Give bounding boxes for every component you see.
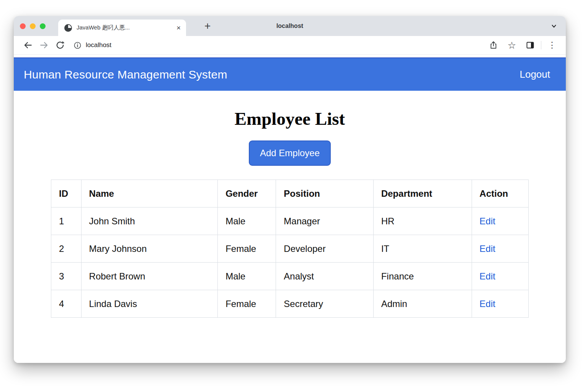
browser-window: localhost JavaWeb 趔叼人悪... × + <box>14 16 566 363</box>
tab-close-icon[interactable]: × <box>176 24 181 31</box>
close-window-button[interactable] <box>20 23 26 29</box>
web-page: Human Resource Management System Logout … <box>14 55 566 363</box>
cell-name: Mary Johnson <box>81 235 218 263</box>
cell-name: John Smith <box>81 207 218 235</box>
forward-button[interactable] <box>36 38 52 53</box>
cell-name: Robert Brown <box>81 263 218 290</box>
zoom-window-button[interactable] <box>40 23 46 29</box>
site-info-icon[interactable] <box>74 41 82 49</box>
column-header-name: Name <box>81 180 218 207</box>
cell-position: Developer <box>276 235 373 263</box>
cell-position: Secretary <box>276 290 373 318</box>
cell-gender: Female <box>218 235 276 263</box>
more-menu-icon[interactable]: ⋮ <box>544 38 560 53</box>
employee-table: ID Name Gender Position Department Actio… <box>51 180 529 318</box>
tab-search-chevron-icon[interactable] <box>550 16 557 36</box>
url-text[interactable]: localhost <box>86 41 111 49</box>
table-row: 3 Robert Brown Male Analyst Finance Edit <box>51 263 529 290</box>
app-header: Human Resource Management System Logout <box>14 57 566 91</box>
column-header-department: Department <box>373 180 472 207</box>
cell-department: IT <box>373 235 472 263</box>
cell-name: Linda Davis <box>81 290 218 318</box>
table-row: 1 John Smith Male Manager HR Edit <box>51 207 529 235</box>
minimize-window-button[interactable] <box>30 23 36 29</box>
add-employee-button[interactable]: Add Employee <box>249 140 331 166</box>
screenshot: localhost JavaWeb 趔叼人悪... × + <box>0 0 588 392</box>
edit-link[interactable]: Edit <box>480 299 495 309</box>
bookmark-star-icon[interactable]: ☆ <box>504 38 519 53</box>
new-tab-button[interactable]: + <box>204 16 211 36</box>
page-content: Employee List Add Employee ID Name Gende… <box>14 108 566 318</box>
browser-tab[interactable]: JavaWeb 趔叼人悪... × <box>58 20 186 36</box>
column-header-action: Action <box>472 180 528 207</box>
logout-link[interactable]: Logout <box>519 69 550 80</box>
app-title: Human Resource Management System <box>24 68 227 81</box>
toolbar-right-icons: ☆ ⋮ <box>486 38 560 53</box>
address-bar[interactable]: localhost <box>74 38 486 52</box>
cell-department: Admin <box>373 290 472 318</box>
table-header-row: ID Name Gender Position Department Actio… <box>51 180 529 207</box>
toolbar-separator <box>541 41 541 49</box>
tab-strip: localhost JavaWeb 趔叼人悪... × + <box>14 16 566 36</box>
cell-position: Manager <box>276 207 373 235</box>
cell-gender: Male <box>218 263 276 290</box>
tab-title: JavaWeb 趔叼人悪... <box>77 24 176 31</box>
favicon-icon <box>64 24 72 32</box>
share-icon[interactable] <box>486 38 501 53</box>
edit-link[interactable]: Edit <box>480 271 495 281</box>
reload-button[interactable] <box>52 38 68 53</box>
cell-id: 1 <box>51 207 82 235</box>
column-header-gender: Gender <box>218 180 276 207</box>
cell-department: HR <box>373 207 472 235</box>
column-header-position: Position <box>276 180 373 207</box>
table-row: 2 Mary Johnson Female Developer IT Edit <box>51 235 529 263</box>
page-title: Employee List <box>14 108 566 129</box>
back-button[interactable] <box>20 38 36 53</box>
cell-gender: Female <box>218 290 276 318</box>
column-header-id: ID <box>51 180 82 207</box>
browser-toolbar: localhost ☆ <box>14 36 566 55</box>
cell-id: 4 <box>51 290 82 318</box>
window-controls <box>20 16 46 36</box>
cell-position: Analyst <box>276 263 373 290</box>
table-row: 4 Linda Davis Female Secretary Admin Edi… <box>51 290 529 318</box>
cell-department: Finance <box>373 263 472 290</box>
cell-gender: Male <box>218 207 276 235</box>
edit-link[interactable]: Edit <box>480 243 495 254</box>
side-panel-icon[interactable] <box>523 38 538 53</box>
edit-link[interactable]: Edit <box>480 216 495 226</box>
cell-id: 3 <box>51 263 82 290</box>
cell-id: 2 <box>51 235 82 263</box>
